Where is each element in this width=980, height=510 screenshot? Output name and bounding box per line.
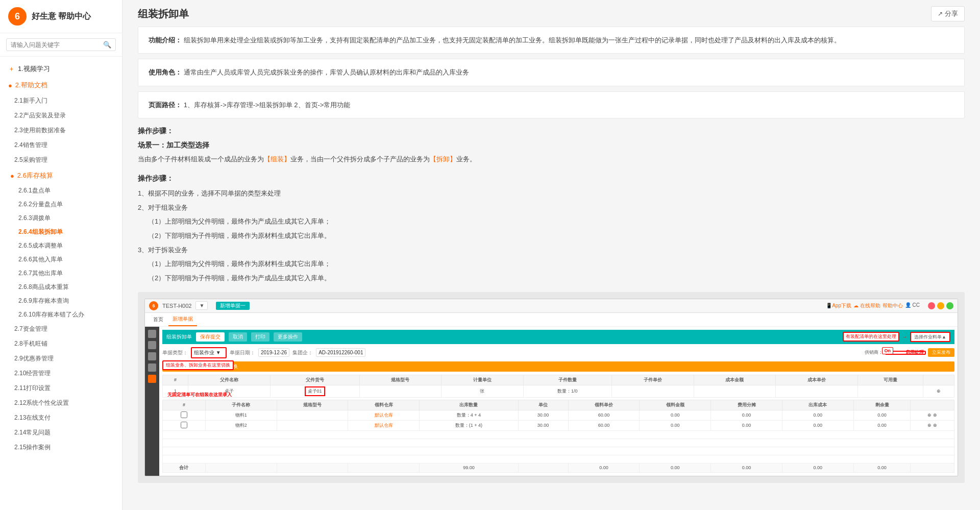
col-parent-name: 父件名称 (188, 375, 271, 385)
app-company-name: TEST-H002 (162, 303, 191, 309)
col-cost-amt: 成本金额 (694, 375, 776, 385)
cell-action: ⊕ (923, 385, 954, 397)
sidebar-item-ops[interactable]: 2.10经营管理 (0, 366, 122, 381)
cell-b-price1: 60.00 (568, 410, 640, 420)
sidebar-item-cost-adjust[interactable]: 2.6.5成本调整单 (0, 239, 122, 253)
form-input-date[interactable]: 2019-12-26 (258, 348, 289, 357)
sidebar-item-transfer[interactable]: 2.6.3调拨单 (0, 211, 122, 225)
sidebar-item-fund[interactable]: 2.7资金管理 (0, 322, 122, 336)
table-row (163, 439, 954, 447)
sidebar-item-other-in[interactable]: 2.6.6其他入库单 (0, 253, 122, 266)
row-checkbox-1[interactable] (181, 411, 187, 418)
minus-circle-icon: ● (10, 172, 14, 180)
form-label-date: 单据日期： (230, 349, 255, 356)
sidebar-item-stock-query[interactable]: 2.6.9库存账本查询 (0, 294, 122, 308)
col-available: 可用量 (857, 375, 923, 385)
form-input-docnum[interactable]: AD-201912260-001 (316, 348, 365, 357)
col-b-alloc: 费用分摊 (711, 400, 782, 410)
sidebar-item-prepare[interactable]: 2.3使用前数据准备 (0, 123, 122, 138)
search-input[interactable] (11, 41, 103, 48)
step2-sub1: （1）上部明细为父件明细，最终作为产成品生成其它入库单； (138, 215, 965, 228)
intro-block: 功能介绍： 组装拆卸单用来处理企业组装或拆卸等加工业务，支持有固定装配清单的产品… (138, 27, 965, 54)
sidebar-item-video[interactable]: ＋ 1.视频学习 (0, 61, 122, 77)
cell-total-11 (911, 463, 954, 472)
app-nav-home[interactable]: 首页 (149, 313, 167, 326)
window-controls (928, 302, 953, 309)
sidebar-item-newcomer[interactable]: 2.1新手入门 (0, 93, 122, 108)
nav-list: ＋ 1.视频学习 ● 2.帮助文档 2.1新手入门 2.2产品安装及登录 2.3… (0, 57, 122, 510)
col-price: 子件单价 (611, 375, 694, 385)
form-input-type[interactable]: 组装作业 ▼ (191, 347, 227, 358)
docnum-value: AD-201912260-001 (318, 350, 363, 355)
cell-price (611, 385, 694, 397)
new-doc-btn[interactable]: 新增单据一 (216, 302, 250, 310)
cell-b-cost1: 0.00 (782, 410, 853, 420)
app-side-icon-2 (148, 341, 156, 349)
app-side-icon-5 (148, 375, 156, 383)
sidebar-item-docs[interactable]: ● 2.帮助文档 (0, 77, 122, 93)
cell-total-7: 0.00 (640, 463, 711, 472)
search-icon[interactable]: 🔍 (103, 41, 111, 48)
cell-total-8: 0.00 (711, 463, 782, 472)
highlight-disassemble: 【拆卸】 (430, 155, 456, 163)
app-user: 👤 CC (905, 302, 920, 309)
sidebar-item-cases[interactable]: 2.15操作案例 (0, 440, 122, 455)
sidebar-item-install[interactable]: 2.2产品安装及登录 (0, 108, 122, 123)
sidebar-item-coupon[interactable]: 2.9优惠券管理 (0, 351, 122, 366)
cell-unit: 张 (442, 385, 524, 397)
sidebar-item-print[interactable]: 2.11打印设置 (0, 381, 122, 396)
step3-sub1: （1）上部明细为父件明细，最终作为原材料生成其它出库单； (138, 258, 965, 271)
sidebar: 6 好生意 帮助中心 🔍 ＋ 1.视频学习 ● 2.帮助文档 2.1新手入门 2… (0, 0, 122, 510)
app-company-dropdown[interactable]: ▼ (195, 301, 208, 310)
print-btn[interactable]: 打印 (251, 332, 270, 342)
app-nav-new-doc[interactable]: 新增单据 (168, 313, 197, 326)
table-bottom-wrapper: 无固定清单可在组装在这里录入 # 子件名称 规格型号 领料仓库 出 (162, 400, 954, 473)
cell-b-unit1: 30.00 (518, 410, 568, 420)
maximize-window-icon[interactable] (946, 302, 953, 309)
cell-b-check2 (163, 420, 206, 430)
sidebar-item-other-out[interactable]: 2.6.7其他出库单 (0, 266, 122, 280)
app-icon3: 帮助中心 (883, 302, 903, 309)
sidebar-item-online-pay[interactable]: 2.13在线支付 (0, 410, 122, 425)
more-ops-btn[interactable]: 更多操作 (274, 332, 302, 342)
empty-row-6 (163, 455, 954, 463)
annotation-red1: 有装配清单的在这里处理 (843, 332, 899, 342)
col-b-qty: 出库数量 (420, 400, 518, 410)
form-label-group: 集团企： (292, 349, 313, 356)
col-b-amt: 领料金额 (640, 400, 711, 410)
nav-group-video: ＋ 1.视频学习 (0, 61, 122, 77)
row-checkbox-2[interactable] (181, 422, 187, 428)
sidebar-item-mobile[interactable]: 2.8手机旺铺 (0, 336, 122, 351)
select-materials-btn[interactable]: 选择作业料单▲ (910, 332, 950, 342)
sidebar-item-cost-recalc[interactable]: 2.6.8商品成本重算 (0, 280, 122, 294)
close-window-icon[interactable] (928, 302, 935, 309)
sku-input[interactable]: 桌子01 (305, 386, 325, 396)
app-icon2: ☁ 在线帮助 (853, 302, 880, 309)
sidebar-item-purchase[interactable]: 2.5采购管理 (0, 153, 122, 167)
path-block: 页面路径： 1、库存核算->库存管理->组装拆卸单 2、首页->常用功能 (138, 91, 965, 118)
cell-b-spec2 (277, 420, 348, 430)
empty-row-4 (163, 439, 954, 447)
app-body: 组装拆卸单 保存提交 取消 打印 更多操作 有装配清单的在这里处理 → (145, 327, 958, 476)
cell-total-10: 0.00 (853, 463, 911, 472)
sidebar-item-faq[interactable]: 2.14常见问题 (0, 425, 122, 440)
share-button[interactable]: ↗ 分享 (931, 6, 965, 21)
empty-row-5 (163, 447, 954, 455)
sidebar-item-sales[interactable]: 2.4销售管理 (0, 138, 122, 153)
nav-sub-list: 2.1新手入门 2.2产品安装及登录 2.3使用前数据准备 2.4销售管理 2.… (0, 93, 122, 455)
cell-b-alloc2: 0.00 (711, 420, 782, 430)
confirm-btn[interactable]: 立采发布 (928, 348, 954, 357)
sidebar-item-split-stocktake[interactable]: 2.6.2分量盘点单 (0, 198, 122, 211)
form-label-type: 单据类型： (162, 349, 188, 356)
app-main-area: 组装拆卸单 保存提交 取消 打印 更多操作 有装配清单的在这里处理 → (159, 327, 958, 476)
sidebar-item-account-wrong[interactable]: 2.6.10库存账本错了么办 (0, 308, 122, 322)
share-icon: ↗ (938, 10, 943, 17)
sidebar-item-inventory[interactable]: ● 2.6库存核算 (0, 167, 122, 184)
sidebar-item-assemble[interactable]: 2.6.4组装拆卸单 (0, 225, 122, 239)
col-action (923, 375, 954, 385)
sidebar-item-stocktake[interactable]: 2.6.1盘点单 (0, 184, 122, 198)
save-submit-btn[interactable]: 保存提交 (196, 332, 225, 342)
cancel-btn[interactable]: 取消 (229, 332, 247, 342)
sidebar-item-custom[interactable]: 2.12系统个性化设置 (0, 396, 122, 410)
minimize-window-icon[interactable] (937, 302, 944, 309)
